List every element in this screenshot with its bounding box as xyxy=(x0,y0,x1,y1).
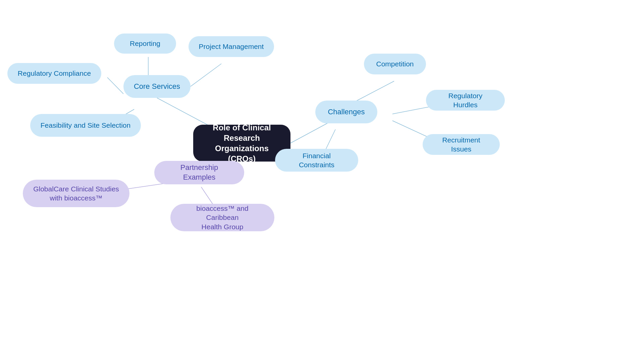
mind-map: Role of Clinical Research Organizations … xyxy=(0,0,644,363)
financial-constraints-label: Financial Constraints xyxy=(284,151,349,170)
competition-label: Competition xyxy=(376,59,414,68)
reporting-label: Reporting xyxy=(130,39,160,48)
regulatory-hurdles-label: Regulatory Hurdles xyxy=(435,91,495,110)
reporting-node[interactable]: Reporting xyxy=(114,34,176,54)
svg-line-9 xyxy=(325,129,335,150)
regulatory-compliance-node[interactable]: Regulatory Compliance xyxy=(7,63,101,84)
regulatory-hurdles-node[interactable]: Regulatory Hurdles xyxy=(426,90,505,111)
center-label: Role of Clinical Research Organizations … xyxy=(203,122,281,164)
feasibility-label: Feasibility and Site Selection xyxy=(41,121,130,130)
globalcare-label: GlobalCare Clinical Studies with bioacce… xyxy=(33,184,119,203)
globalcare-node[interactable]: GlobalCare Clinical Studies with bioacce… xyxy=(23,180,129,207)
bioaccess-label: bioaccess™ and Caribbean Health Group xyxy=(180,204,265,231)
challenges-label: Challenges xyxy=(328,107,365,117)
recruitment-issues-node[interactable]: Recruitment Issues xyxy=(423,134,500,155)
bioaccess-node[interactable]: bioaccess™ and Caribbean Health Group xyxy=(170,204,274,231)
recruitment-issues-label: Recruitment Issues xyxy=(432,135,490,154)
feasibility-node[interactable]: Feasibility and Site Selection xyxy=(30,114,141,137)
svg-line-12 xyxy=(201,187,213,204)
project-management-node[interactable]: Project Management xyxy=(189,36,274,57)
core-services-node[interactable]: Core Services xyxy=(123,75,191,98)
partnership-examples-node[interactable]: Partnership Examples xyxy=(154,161,244,184)
financial-constraints-node[interactable]: Financial Constraints xyxy=(275,149,358,172)
project-management-label: Project Management xyxy=(199,42,264,51)
regulatory-compliance-label: Regulatory Compliance xyxy=(18,69,91,78)
svg-line-4 xyxy=(191,64,221,86)
svg-line-2 xyxy=(107,77,123,94)
challenges-node[interactable]: Challenges xyxy=(315,101,377,123)
partnership-examples-label: Partnership Examples xyxy=(164,163,235,182)
competition-node[interactable]: Competition xyxy=(364,54,426,74)
core-services-label: Core Services xyxy=(134,82,180,92)
